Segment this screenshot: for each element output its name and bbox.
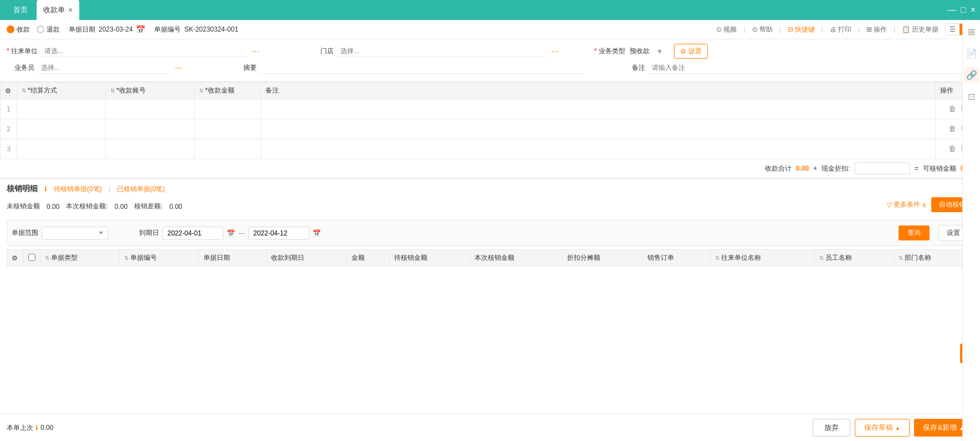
cell-account-1[interactable] [106, 99, 195, 119]
summary-input[interactable] [260, 62, 585, 74]
calendar-end-icon[interactable]: 📅 [313, 229, 321, 237]
staff-more-btn[interactable]: ··· [172, 63, 184, 73]
bth-duedate: 收款到期日 [267, 250, 347, 266]
counterpart-input[interactable] [41, 45, 247, 57]
btn-shortcut[interactable]: ⊟ 快捷键 [785, 24, 817, 35]
save-draft-btn[interactable]: 保存草稿 ▲ [855, 419, 910, 437]
cell-account-3[interactable] [106, 139, 195, 159]
delete-icon-3[interactable]: 🗑 [948, 144, 956, 153]
cell-account-2[interactable] [106, 119, 195, 139]
radio-receipt[interactable]: 收款 [7, 25, 30, 34]
cell-amount-1[interactable] [195, 99, 261, 119]
table-gear-icon[interactable]: ⚙ [5, 87, 11, 95]
btn-help[interactable]: ⊙ 帮助 [750, 24, 775, 35]
bottom-gear-icon[interactable]: ⚙ [12, 254, 18, 262]
verify-info-icon[interactable]: ℹ [44, 185, 47, 193]
tab-receipt[interactable]: 收款单 × [37, 0, 79, 20]
bth-amount: 金额 [346, 250, 389, 266]
radio-refund[interactable]: 退款 [37, 25, 60, 34]
delete-icon-1[interactable]: 🗑 [948, 104, 956, 113]
docno-value[interactable]: SK-20230324-001 [184, 25, 238, 33]
btn-history[interactable]: 📋 历史单据 [900, 24, 941, 35]
search-date-end[interactable] [248, 227, 309, 240]
sort-docno-icon[interactable]: ⇅ [124, 255, 129, 261]
date-value[interactable]: 2023-03-24 [99, 25, 132, 33]
calendar-start-icon[interactable]: 📅 [227, 229, 235, 237]
radio-refund-dot [37, 25, 44, 33]
doc-toolbar: 收款 退款 单据日期 2023-03-24 📅 单据编号 SK-20230324… [0, 20, 980, 39]
table-header-row: ⚙ ⇅ *结算方式 ⇅ *收款账号 [1, 83, 980, 99]
btn-ops[interactable]: ⊞ 操作 [864, 24, 889, 35]
window-min-icon[interactable]: — [947, 5, 956, 15]
tab-pending[interactable]: 待核销单据(0笔) [54, 184, 102, 194]
sidebar-table-icon[interactable]: ⊞ [966, 24, 977, 39]
sort-staff-icon[interactable]: ⇅ [819, 255, 824, 261]
sidebar-doc-icon[interactable]: 📄 [964, 46, 979, 61]
form-settings-btn[interactable]: ⚙ 设置 [674, 44, 708, 59]
sort-amount-icon[interactable]: ⇅ [199, 88, 203, 94]
window-max-icon[interactable]: □ [961, 5, 966, 15]
search-due-label: 到期日 [139, 228, 159, 238]
counterpart-label: * 往来单位 [7, 47, 38, 56]
btn-video[interactable]: ⊙ 视频 [714, 24, 739, 35]
sort-counterpart-icon[interactable]: ⇅ [715, 255, 719, 261]
stat-current-label: 本次核销金额: [66, 202, 108, 211]
cell-settle-1[interactable] [17, 99, 106, 119]
query-btn[interactable]: 查询 [899, 225, 930, 240]
bth-checkbox[interactable] [24, 250, 40, 266]
sort-settle-icon[interactable]: ⇅ [22, 88, 26, 94]
view-list-btn[interactable]: ☰ [946, 24, 959, 35]
cell-settle-3[interactable] [17, 139, 106, 159]
calendar-icon[interactable]: 📅 [136, 25, 145, 34]
tab-close-icon[interactable]: × [68, 6, 73, 14]
search-date-start[interactable] [162, 227, 223, 240]
store-input[interactable] [337, 45, 546, 57]
sort-type-icon[interactable]: ⇅ [45, 255, 49, 261]
counterpart-more-btn[interactable]: ··· [250, 47, 262, 57]
stat-diff-label: 核销差额: [134, 202, 162, 211]
summary-label: 摘要 [229, 63, 257, 73]
store-more-btn[interactable]: ··· [549, 47, 561, 57]
tab-home[interactable]: 首页 [4, 0, 37, 20]
video-icon: ⊙ [716, 25, 722, 33]
sidebar-expand-icon[interactable]: ⊡ [966, 89, 977, 104]
window-close-icon[interactable]: × [971, 5, 976, 15]
bth-pending: 待核销金额 [389, 250, 469, 266]
radio-receipt-dot [7, 25, 14, 33]
cell-note-1[interactable] [261, 99, 936, 119]
abandon-btn[interactable]: 放弃 [813, 419, 850, 437]
more-cond-btn[interactable]: ▽ 更多条件 ∧ [887, 200, 927, 209]
sidebar-link-icon[interactable]: 🔗 [964, 68, 979, 83]
select-all-checkbox[interactable] [28, 254, 35, 261]
discount-input[interactable] [855, 162, 910, 175]
store-label: 门店 [306, 47, 334, 56]
footer-info-icon[interactable]: ℹ [35, 424, 38, 432]
tab-verified[interactable]: 已核销单据(0笔) [117, 184, 165, 194]
footer-info: 本单上次 ℹ 0.00 [7, 423, 53, 433]
cell-amount-2[interactable] [195, 119, 261, 139]
th-gear[interactable]: ⚙ [1, 83, 17, 99]
biztype-value[interactable]: 预收款 [630, 47, 650, 56]
note-label: 备注 [617, 63, 645, 73]
btn-print[interactable]: 🖨 打印 [828, 24, 854, 35]
search-range-field: 单据范围 [12, 227, 108, 240]
cell-note-2[interactable] [261, 119, 936, 139]
sort-account-icon[interactable]: ⇅ [110, 88, 115, 94]
shortcut-label: 快捷键 [795, 25, 815, 34]
history-label: 历史单据 [912, 25, 938, 34]
biztype-arrow-icon[interactable]: ▼ [656, 48, 663, 55]
cell-amount-3[interactable] [195, 139, 261, 159]
verify-title: 核销明细 [7, 184, 38, 194]
note-input[interactable] [649, 62, 973, 74]
cell-note-3[interactable] [261, 139, 936, 159]
sort-dept-icon[interactable]: ⇅ [899, 255, 903, 261]
delete-icon-2[interactable]: 🗑 [948, 124, 956, 133]
cell-settle-2[interactable] [17, 119, 106, 139]
th-account-label: *收款账号 [116, 86, 146, 95]
staff-input[interactable] [38, 62, 169, 74]
search-range-select[interactable] [42, 227, 108, 240]
verify-header: 核销明细 ℹ 待核销单据(0笔) | 已核销单据(0笔) [7, 184, 973, 194]
summary-label1: 收款合计 [765, 164, 792, 173]
bth-gear[interactable]: ⚙ [7, 250, 24, 266]
th-settle-label: *结算方式 [28, 86, 57, 95]
